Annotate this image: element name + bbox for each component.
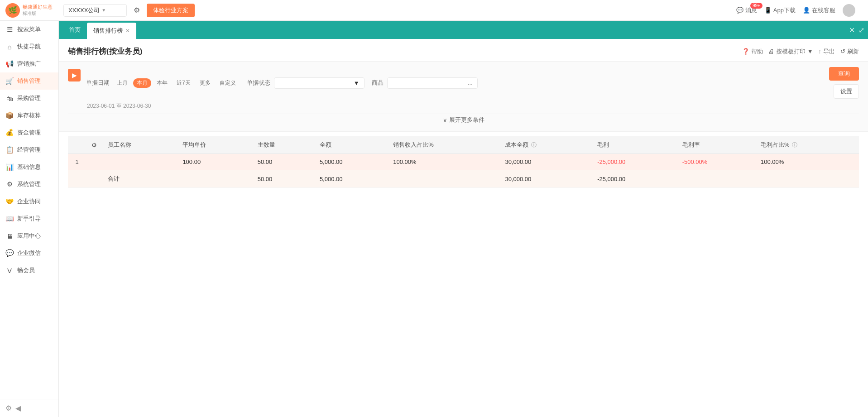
- col-amount: 全额: [314, 136, 388, 154]
- cell-avg-price: 100.00: [177, 154, 252, 170]
- tab-sales-rank-label: 销售排行榜: [93, 27, 123, 35]
- tab-bar-expand-icon[interactable]: ⤢: [858, 26, 864, 34]
- tab-home[interactable]: 首页: [62, 21, 87, 39]
- cell-gross-pct: 100.00%: [755, 154, 859, 170]
- sidebar-item-member[interactable]: V 畅会员: [0, 262, 58, 279]
- cell-cost: 30,000.00: [499, 154, 592, 170]
- total-settings-empty: [86, 170, 102, 188]
- management-icon: 📋: [5, 146, 14, 154]
- message-icon: 💬: [736, 7, 743, 14]
- set-button[interactable]: 设置: [834, 84, 859, 99]
- total-gross-pct: [755, 170, 859, 188]
- sidebar-item-sales[interactable]: 🛒 销售管理: [0, 72, 58, 90]
- col-rank: [68, 136, 86, 154]
- cell-sales-pct: 100.00%: [388, 154, 499, 170]
- date-last-month-btn[interactable]: 上月: [113, 78, 131, 88]
- sidebar-item-basic-info[interactable]: 📊 基础信息: [0, 158, 58, 176]
- sidebar-item-enterprise[interactable]: 🤝 企业协同: [0, 193, 58, 210]
- grosspct-info-icon[interactable]: ⓘ: [792, 142, 797, 148]
- print-button[interactable]: 🖨 按模板打印 ▼: [768, 48, 813, 56]
- sidebar-label-purchase: 采购管理: [17, 94, 41, 102]
- date-custom-btn[interactable]: 自定义: [216, 78, 240, 88]
- total-sales-pct: [388, 170, 499, 188]
- sidebar-label-inventory: 库存核算: [17, 111, 41, 120]
- sidebar-label-sales: 销售管理: [17, 77, 41, 85]
- cell-amount: 5,000.00: [314, 154, 388, 170]
- sales-icon: 🛒: [5, 77, 14, 85]
- refresh-button[interactable]: ↺ 刷新: [840, 48, 859, 56]
- tab-bar-close-icon[interactable]: ✕: [849, 26, 855, 34]
- help-label: 帮助: [751, 48, 763, 56]
- sidebar-item-apps[interactable]: 🖥 应用中心: [0, 227, 58, 244]
- query-button[interactable]: 查询: [829, 67, 859, 81]
- sidebar-item-guide[interactable]: 📖 新手引导: [0, 210, 58, 227]
- tab-close-icon[interactable]: ✕: [125, 28, 130, 34]
- col-sales-pct: 销售收入占比%: [388, 136, 499, 154]
- goods-select[interactable]: ...: [387, 77, 478, 89]
- total-label-empty: [68, 170, 86, 188]
- message-button[interactable]: 💬 消息 99+: [736, 6, 757, 14]
- sidebar-label-marketing: 营销推广: [17, 60, 41, 68]
- cell-gross-rate: -500.00%: [677, 154, 755, 170]
- company-selector[interactable]: XXXXX公司 ▼: [63, 4, 127, 17]
- topbar-settings-button[interactable]: ⚙: [130, 4, 143, 17]
- cell-quantity: 50.00: [252, 154, 314, 170]
- date-7days-btn[interactable]: 近7天: [173, 78, 194, 88]
- tab-sales-rank[interactable]: 销售排行榜 ✕: [87, 23, 136, 39]
- cell-gross: -25,000.00: [592, 154, 677, 170]
- col-cost: 成本全额 ⓘ: [499, 136, 592, 154]
- date-more-btn[interactable]: 更多: [196, 78, 214, 88]
- help-icon: ❓: [742, 48, 749, 55]
- date-this-month-btn[interactable]: 本月: [133, 78, 151, 88]
- cell-rank: 1: [68, 154, 86, 170]
- sidebar-label-quicknav: 快捷导航: [17, 43, 41, 51]
- sidebar-label-member: 畅会员: [17, 266, 35, 274]
- trial-button[interactable]: 体验行业方案: [147, 4, 195, 17]
- sidebar-item-quicknav[interactable]: ⌂ 快捷导航: [0, 38, 58, 55]
- total-cost: 30,000.00: [499, 170, 592, 188]
- col-gross-rate: 毛利率: [677, 136, 755, 154]
- export-button[interactable]: ↑ 导出: [819, 48, 835, 56]
- date-this-year-btn[interactable]: 本年: [153, 78, 171, 88]
- sidebar-item-finance[interactable]: 💰 资金管理: [0, 124, 58, 141]
- refresh-icon: ↺: [840, 48, 845, 55]
- date-range-text: 2023-06-01 至 2023-06-30: [86, 102, 859, 110]
- expand-down-icon: ∨: [443, 117, 447, 124]
- system-icon: ⚙: [5, 180, 14, 188]
- col-name: 员工名称: [102, 136, 177, 154]
- sidebar-item-search[interactable]: ☰ 搜索菜单: [0, 21, 58, 38]
- sidebar-item-marketing[interactable]: 📢 营销推广: [0, 55, 58, 72]
- sidebar-bottom-settings-icon[interactable]: ⚙: [5, 404, 12, 412]
- col-settings[interactable]: ⚙: [86, 136, 102, 154]
- total-row: 合计 50.00 5,000.00 30,000.00 -25,000.00: [68, 170, 859, 188]
- cost-info-icon[interactable]: ⓘ: [531, 142, 537, 148]
- purchase-icon: 🛍: [5, 94, 14, 102]
- sidebar-item-management[interactable]: 📋 经营管理: [0, 141, 58, 158]
- status-select[interactable]: ▼: [274, 77, 364, 89]
- sidebar-item-inventory[interactable]: 📦 库存核算: [0, 107, 58, 124]
- enterprise-icon: 🤝: [5, 197, 14, 206]
- help-button[interactable]: ❓ 帮助: [742, 48, 763, 56]
- sidebar-label-basicinfo: 基础信息: [17, 163, 41, 171]
- app-download-button[interactable]: 📱 App下载: [764, 6, 796, 14]
- inventory-icon: 📦: [5, 111, 14, 120]
- wechat-icon: 💬: [5, 249, 14, 257]
- basicinfo-icon: 📊: [5, 163, 14, 171]
- avatar[interactable]: [843, 4, 855, 17]
- app-icon: 📱: [764, 7, 772, 14]
- print-icon: 🖨: [768, 48, 774, 55]
- apps-icon: 🖥: [5, 232, 14, 240]
- total-amount: 5,000.00: [314, 170, 388, 188]
- filter-toggle-button[interactable]: ▶: [68, 69, 81, 81]
- date-filter-label: 单据日期: [86, 79, 110, 87]
- sidebar-label-management: 经营管理: [17, 146, 41, 154]
- sidebar-item-system[interactable]: ⚙ 系统管理: [0, 176, 58, 193]
- sidebar-collapse-icon[interactable]: ◀: [15, 404, 21, 412]
- online-service-button[interactable]: 👤 在线客服: [803, 6, 835, 14]
- logo-text: 畅康通好生意: [23, 4, 53, 10]
- sidebar-item-wechat[interactable]: 💬 企业微信: [0, 244, 58, 262]
- company-dropdown-arrow: ▼: [101, 8, 106, 13]
- expand-more-btn[interactable]: ∨ 展开更多条件: [68, 114, 859, 126]
- sidebar-item-purchase[interactable]: 🛍 采购管理: [0, 90, 58, 107]
- finance-icon: 💰: [5, 129, 14, 137]
